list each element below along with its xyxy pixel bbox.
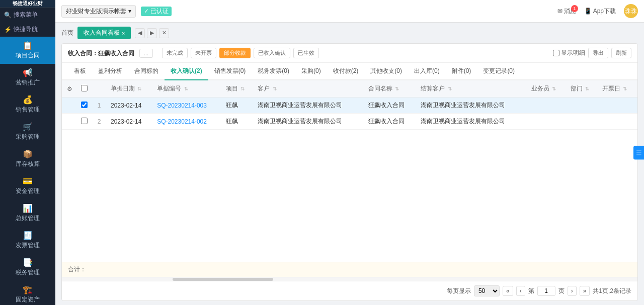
col-salesperson[interactable]: 业务员 ⇅ xyxy=(527,80,567,97)
status-confirmed-btn[interactable]: 已收入确认 xyxy=(254,48,290,58)
col-number[interactable]: 单据编号 ⇅ xyxy=(153,80,222,97)
tab-outbound[interactable]: 出入库(0) xyxy=(408,63,446,80)
refresh-button[interactable]: 刷新 xyxy=(611,48,631,58)
number-sort-icon: ⇅ xyxy=(184,86,188,91)
row-doc-number[interactable]: SQ-20230214-003 xyxy=(153,97,222,114)
prev-page-btn[interactable]: ‹ xyxy=(516,286,525,296)
status-effective-btn[interactable]: 已生效 xyxy=(293,48,319,58)
next-page-btn[interactable]: › xyxy=(568,286,577,296)
doc-number-link[interactable]: SQ-20230214-002 xyxy=(157,118,207,125)
tab-home[interactable]: 首页 xyxy=(61,29,73,37)
sidebar-icon-funds: 💳 xyxy=(23,176,33,186)
row-open-date xyxy=(598,97,637,114)
col-project[interactable]: 项目 ⇅ xyxy=(222,80,254,97)
tab-purchase[interactable]: 采购(0) xyxy=(295,63,327,80)
col-department[interactable]: 部门 ⇅ xyxy=(567,80,599,97)
export-button[interactable]: 导出 xyxy=(588,48,608,58)
nav-prev-btn[interactable]: ◀ xyxy=(135,28,145,38)
scroll-thumb[interactable] xyxy=(173,278,273,281)
sidebar-icon-inventory: 📦 xyxy=(23,149,33,159)
company-selector[interactable]: 好业财专业版演示帐套 ▾ xyxy=(61,5,136,18)
tab-active[interactable]: 收入合同看板 × xyxy=(77,27,131,39)
row-department xyxy=(567,114,599,130)
tab-profit[interactable]: 盈利分析 xyxy=(92,63,128,80)
download-icon: 📱 xyxy=(584,8,592,15)
last-page-btn[interactable]: » xyxy=(580,286,590,296)
status-not-invoiced-btn[interactable]: 未开票 xyxy=(191,48,216,58)
page-label-post: 页 xyxy=(558,287,565,295)
table-row[interactable]: 2 2023-02-14 SQ-20230214-002 狂飙 湖南卫视商业运营… xyxy=(62,114,637,130)
col-contract-name[interactable]: 合同名称 ⇅ xyxy=(364,80,417,97)
sidebar-label-inventory: 库存核算 xyxy=(16,160,40,168)
col-checkbox[interactable] xyxy=(77,80,92,97)
sidebar-item-invoice[interactable]: 🧾发票管理 xyxy=(0,227,55,254)
sidebar-item-purchase[interactable]: 🛒采购管理 xyxy=(0,118,55,145)
page-input[interactable] xyxy=(537,286,555,296)
sidebar-label-marketing: 营销推广 xyxy=(16,78,40,87)
sidebar-quick-nav[interactable]: ⚡ 快捷导航 xyxy=(0,22,55,37)
sidebar-item-assets[interactable]: 🏗️固定资产 xyxy=(0,281,55,305)
col-open-date[interactable]: 开票日 ⇅ xyxy=(598,80,637,97)
scroll-indicator[interactable] xyxy=(62,277,637,281)
app-download-button[interactable]: 📱 App下载 xyxy=(584,7,616,16)
show-detail-input[interactable] xyxy=(553,50,559,56)
select-all-checkbox[interactable] xyxy=(81,85,88,91)
status-partial-btn[interactable]: 部分收款 xyxy=(219,48,251,58)
sidebar-item-inventory[interactable]: 📦库存核算 xyxy=(0,145,55,172)
row-open-date xyxy=(598,114,637,130)
tab-contract_std[interactable]: 合同标的 xyxy=(128,63,165,80)
avatar: 珠珠 xyxy=(624,4,638,18)
date-sort-icon: ⇅ xyxy=(137,86,141,91)
settings-icon[interactable]: ⚙ xyxy=(67,85,72,92)
contract-header-right: 显示明细 导出 刷新 xyxy=(553,48,631,58)
row-number: 2 xyxy=(92,114,107,130)
sidebar-item-project[interactable]: 📋项目合同 xyxy=(0,37,55,64)
chevron-down-icon: ▾ xyxy=(128,8,131,15)
table-area[interactable]: ⚙ 单据日期 ⇅ 单据编号 ⇅ 项目 ⇅ 客户 ⇅ 合同名称 ⇅ 结算客户 ⇅ … xyxy=(62,80,637,262)
tab-tax_invoice[interactable]: 税务发票(0) xyxy=(252,63,295,80)
tab-close-icon[interactable]: × xyxy=(122,30,125,36)
col-date[interactable]: 单据日期 ⇅ xyxy=(107,80,153,97)
row-checkbox[interactable] xyxy=(81,101,88,108)
sidebar-item-sales[interactable]: 💰销售管理 xyxy=(0,91,55,118)
sidebar-item-marketing[interactable]: 📢营销推广 xyxy=(0,64,55,91)
nav-close-btn[interactable]: ✕ xyxy=(159,28,169,38)
sidebar-label-assets: 固定资产 xyxy=(16,295,40,304)
more-button[interactable]: ... xyxy=(139,49,153,58)
nav-next-btn[interactable]: ▶ xyxy=(147,28,157,38)
tab-attachment[interactable]: 附件(0) xyxy=(446,63,477,80)
sidebar-item-accounting[interactable]: 📊总账管理 xyxy=(0,199,55,227)
sidebar-label-funds: 资金管理 xyxy=(16,187,40,195)
first-page-btn[interactable]: « xyxy=(503,286,513,296)
search-icon: 🔍 xyxy=(4,12,12,19)
tab-other_income[interactable]: 其他收支(0) xyxy=(364,63,408,80)
app-download-label: App下载 xyxy=(593,7,616,16)
row-settings xyxy=(62,97,77,114)
per-page-select[interactable]: 50 20 100 xyxy=(474,285,500,296)
message-button[interactable]: ✉ 消息 1 xyxy=(557,7,576,16)
sidebar-item-funds[interactable]: 💳资金管理 xyxy=(0,172,55,199)
col-customer[interactable]: 客户 ⇅ xyxy=(254,80,364,97)
right-panel-icon[interactable]: ☰ xyxy=(633,146,644,159)
row-checkbox[interactable] xyxy=(81,118,88,124)
customer-sort-icon: ⇅ xyxy=(273,86,277,91)
row-number: 1 xyxy=(92,97,107,114)
user-avatar-area[interactable]: 珠珠 xyxy=(624,4,638,18)
status-incomplete-btn[interactable]: 未完成 xyxy=(162,48,188,58)
sidebar-search[interactable]: 🔍 搜索菜单 xyxy=(0,8,55,22)
tab-payment[interactable]: 收付款(2) xyxy=(327,63,365,80)
row-doc-number[interactable]: SQ-20230214-002 xyxy=(153,114,222,130)
tab-sales_invoice[interactable]: 销售发票(0) xyxy=(208,63,252,80)
tab-income_confirm[interactable]: 收入确认(2) xyxy=(165,63,208,80)
sidebar-item-tax[interactable]: 📑税务管理 xyxy=(0,254,55,281)
row-checkbox-cell[interactable] xyxy=(77,114,92,130)
col-settings[interactable]: ⚙ xyxy=(62,80,77,97)
table-row[interactable]: 1 2023-02-14 SQ-20230214-003 狂飙 湖南卫视商业运营… xyxy=(62,97,637,114)
row-settlement-customer: 湖南卫视商业运营发展有限公司 xyxy=(417,97,527,114)
doc-number-link[interactable]: SQ-20230214-003 xyxy=(157,102,207,109)
show-detail-checkbox[interactable]: 显示明细 xyxy=(553,49,585,57)
col-settlement-customer[interactable]: 结算客户 ⇅ xyxy=(417,80,527,97)
row-checkbox-cell[interactable] xyxy=(77,97,92,114)
tab-kanban[interactable]: 看板 xyxy=(68,63,92,80)
tab-change_log[interactable]: 变更记录(0) xyxy=(477,63,521,80)
